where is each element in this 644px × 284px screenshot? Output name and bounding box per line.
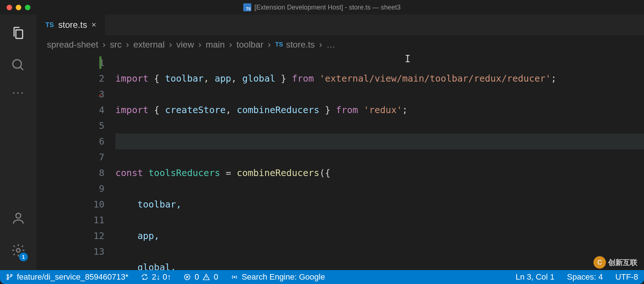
tab-bar: TS store.ts × [37, 15, 644, 35]
sync-icon [141, 273, 148, 281]
more-activity-icon[interactable]: ··· [12, 90, 25, 94]
tab-store-ts[interactable]: TS store.ts × [37, 15, 105, 35]
search-engine-text: Search Engine: Google [242, 272, 325, 282]
problems-status[interactable]: 0 0 [184, 272, 218, 282]
breadcrumb-item[interactable]: external [133, 40, 164, 50]
watermark-text: 创新互联 [608, 258, 637, 268]
settings-icon[interactable]: 1 [11, 243, 26, 259]
search-icon[interactable] [11, 58, 26, 74]
git-branch-status[interactable]: feature/di_service_859460713* [6, 272, 129, 282]
activity-bar: ··· 1 [0, 15, 37, 270]
svg-point-0 [13, 60, 21, 68]
code-line: import { toolbar, app, global } from 'ex… [115, 71, 644, 86]
close-icon[interactable]: × [92, 20, 96, 30]
sync-text: 2↓ 0↑ [152, 272, 171, 282]
settings-badge: 1 [19, 253, 28, 261]
indentation-status[interactable]: Spaces: 4 [567, 272, 603, 282]
error-count: 0 [195, 272, 199, 282]
warning-count: 0 [214, 272, 218, 282]
status-bar: feature/di_service_859460713* 2↓ 0↑ 0 0 … [0, 270, 644, 284]
encoding-status[interactable]: UTF-8 [615, 272, 638, 282]
editor-group: TS store.ts × spread-sheet› src› externa… [37, 15, 644, 270]
account-icon[interactable] [11, 211, 26, 227]
cursor-icon: I [405, 53, 411, 67]
cursor-position[interactable]: Ln 3, Col 1 [515, 272, 554, 282]
code-content[interactable]: import { toolbar, app, global } from 'ex… [115, 53, 644, 270]
svg-point-1 [16, 213, 21, 218]
svg-point-7 [234, 276, 235, 277]
code-line: global, [115, 259, 644, 270]
line-gutter: 1 2 ▸3 4 5 6 7 8 9 10 11 12 13 [37, 53, 115, 270]
tab-filename: store.ts [58, 20, 87, 30]
window-title-text: [Extension Development Host] - store.ts … [254, 4, 400, 11]
code-line: toolbar, [115, 197, 644, 212]
code-editor[interactable]: 1 2 ▸3 4 5 6 7 8 9 10 11 12 13 import { … [37, 53, 644, 270]
breadcrumb-item[interactable]: spread-sheet [47, 40, 98, 50]
svg-point-2 [16, 248, 20, 252]
breadcrumb-item[interactable]: src [110, 40, 122, 50]
warning-icon [203, 273, 210, 281]
svg-point-4 [7, 278, 8, 280]
watermark-logo-icon: C [593, 256, 606, 269]
breadcrumb-tail[interactable]: … [326, 40, 335, 50]
code-line: import { createStore, combineReducers } … [115, 102, 644, 118]
breadcrumb-file[interactable]: store.ts [286, 40, 315, 50]
sync-status[interactable]: 2↓ 0↑ [141, 272, 171, 282]
search-engine-status[interactable]: Search Engine: Google [231, 272, 325, 282]
breadcrumb-item[interactable]: main [206, 40, 225, 50]
code-line: app, [115, 228, 644, 244]
code-line: I [115, 134, 644, 149]
svg-point-5 [11, 274, 12, 276]
typescript-file-icon: TS [275, 41, 283, 48]
watermark: C 创新互联 [593, 256, 637, 269]
svg-point-3 [7, 274, 8, 276]
explorer-icon[interactable] [11, 26, 26, 42]
breadcrumb[interactable]: spread-sheet› src› external› view› main›… [37, 35, 644, 53]
titlebar: TS [Extension Development Host] - store.… [0, 0, 644, 15]
broadcast-icon [231, 273, 238, 281]
error-icon [184, 273, 191, 281]
git-branch-icon [6, 273, 13, 281]
window-title: TS [Extension Development Host] - store.… [0, 3, 644, 11]
code-line: const toolsReducers = combineReducers({ [115, 165, 644, 181]
breadcrumb-item[interactable]: view [176, 40, 194, 50]
git-branch-name: feature/di_service_859460713* [17, 272, 129, 282]
typescript-file-icon: TS [243, 3, 251, 11]
typescript-file-icon: TS [45, 21, 54, 29]
breadcrumb-item[interactable]: toolbar [237, 40, 263, 50]
